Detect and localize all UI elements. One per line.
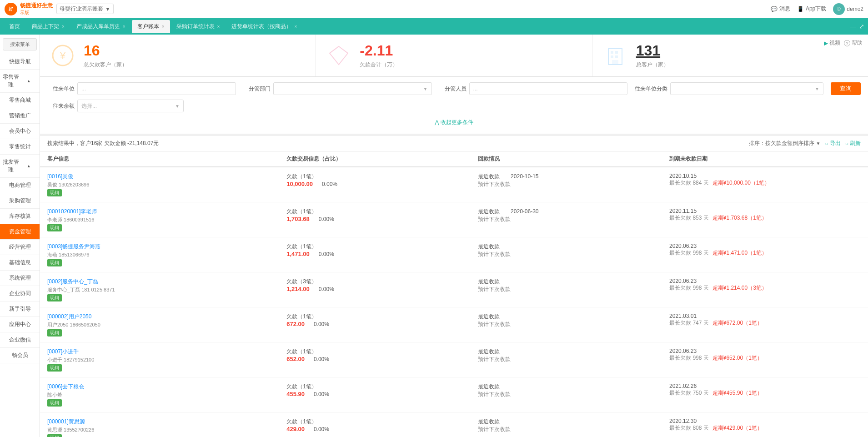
customer-name-link[interactable]: [0003]畅捷服务尹海燕 bbox=[47, 243, 286, 251]
debt-amount[interactable]: 455.90 bbox=[286, 391, 305, 397]
sidebar-item-enterprise-wechat[interactable]: 企业微信 bbox=[0, 332, 40, 348]
svg-text:¥: ¥ bbox=[60, 50, 66, 61]
recovery-cell: 最近收款 2020-10-15 预计下次收款 bbox=[478, 172, 669, 197]
due-overdue-link[interactable]: 超期¥1,471.00（1笔） bbox=[712, 249, 767, 257]
filter-category-select[interactable]: ▼ bbox=[670, 82, 823, 95]
filter-item-category: 往来单位分类 ▼ bbox=[635, 82, 823, 95]
table-body: [0016]吴俊 吴俊 13026203696 现销 欠款（1笔） 10,000… bbox=[40, 167, 868, 437]
sidebar-item-beginner[interactable]: 新手引导 bbox=[0, 301, 40, 317]
customer-name-link[interactable]: [0006]去下粮仓 bbox=[47, 383, 286, 391]
debt-amount[interactable]: 1,214.00 bbox=[286, 286, 310, 292]
debt-count: 欠款（1笔） bbox=[286, 348, 478, 356]
due-overdue-link[interactable]: 超期¥455.90（1笔） bbox=[712, 389, 763, 397]
refresh-button[interactable]: ○ 刷新 bbox=[845, 140, 861, 147]
tab-close-icon[interactable]: × bbox=[62, 24, 65, 29]
due-overdue-link[interactable]: 超期¥429.00（1笔） bbox=[712, 424, 763, 432]
search-menu-button[interactable]: 搜索菜单 bbox=[3, 38, 37, 50]
recovery-cell: 最近收款 预计下次收款 bbox=[478, 312, 669, 337]
sidebar-item-finance[interactable]: 资金管理 bbox=[0, 224, 40, 240]
debt-percent: 0.00% bbox=[319, 286, 334, 292]
tab-close-icon[interactable]: × bbox=[294, 24, 297, 29]
filter-person-input[interactable]: ... bbox=[469, 82, 628, 95]
due-date-cell: 2021.02.26 最长欠款 750 天 超期¥455.90（1笔） bbox=[669, 382, 861, 407]
app-download-button[interactable]: 📱 App下载 bbox=[797, 5, 826, 13]
debt-amount[interactable]: 652.00 bbox=[286, 356, 305, 362]
debt-amount[interactable]: 1,703.68 bbox=[286, 216, 310, 222]
avatar: D bbox=[833, 3, 845, 15]
recovery-next: 预计下次收款 bbox=[478, 216, 669, 223]
due-overdue-link[interactable]: 超期¥672.00（1笔） bbox=[712, 319, 763, 327]
sidebar-item-basic-info[interactable]: 基础信息 bbox=[0, 255, 40, 271]
sidebar-item-retail-mall[interactable]: 零售商城 bbox=[0, 93, 40, 108]
due-date: 2021.02.26 bbox=[669, 383, 861, 389]
sidebar-item-retail-stats[interactable]: 零售统计 bbox=[0, 139, 40, 155]
sidebar-item-system[interactable]: 系统管理 bbox=[0, 271, 40, 286]
sidebar-item-operations[interactable]: 经营管理 bbox=[0, 240, 40, 255]
company-select[interactable]: 母婴行业演示账套 ▼ bbox=[56, 4, 114, 14]
debt-amount[interactable]: 672.00 bbox=[286, 321, 305, 327]
recovery-next: 预计下次收款 bbox=[478, 251, 669, 258]
tab-close-icon[interactable]: × bbox=[123, 24, 125, 29]
company-select-arrow-icon: ▼ bbox=[105, 6, 110, 12]
sidebar-item-inventory[interactable]: 库存核算 bbox=[0, 209, 40, 224]
query-button[interactable]: 查询 bbox=[831, 82, 861, 95]
sidebar-item-marketing[interactable]: 营销推广 bbox=[0, 108, 40, 124]
debt-info-cell: 欠款（1笔） 1,703.68 0.00% bbox=[286, 207, 478, 232]
customer-tag: 现销 bbox=[47, 259, 62, 266]
customer-name-link[interactable]: [0007]小进千 bbox=[47, 348, 286, 356]
user-avatar[interactable]: D demo2 bbox=[833, 3, 863, 15]
message-button[interactable]: 💬 消息 bbox=[771, 5, 790, 13]
sidebar-item-retail-mgmt[interactable]: 零售管理 ▲ bbox=[0, 70, 40, 93]
tab-product-history[interactable]: 产成品入库单历史 × bbox=[71, 20, 131, 33]
sidebar-search: 搜索菜单 bbox=[0, 35, 40, 54]
customer-info-cell: [000001]黄思源 黄思源 13552700226 现销 bbox=[47, 417, 286, 437]
filter-company-input[interactable]: ... bbox=[77, 82, 236, 95]
sidebar-item-app-center[interactable]: 应用中心 bbox=[0, 317, 40, 332]
filter-item-company: 往来单位 ... bbox=[47, 82, 236, 95]
sidebar-item-members[interactable]: 会员中心 bbox=[0, 124, 40, 139]
export-button[interactable]: ○ 导出 bbox=[825, 140, 841, 147]
summary-cards: ¥ 16 总欠款客户（家） -2.11 欠款合计（万） bbox=[40, 35, 868, 77]
collapse-filters-button[interactable]: ⋀ 收起更多条件 bbox=[47, 117, 861, 128]
customer-name-link[interactable]: [000002]用户2050 bbox=[47, 313, 286, 321]
tab-customer-account[interactable]: 客户账本 × bbox=[132, 20, 170, 33]
sidebar-item-quick-nav[interactable]: 快捷导航 bbox=[0, 54, 40, 70]
debt-amount[interactable]: 429.00 bbox=[286, 426, 305, 432]
customer-name-link[interactable]: [000001]黄思源 bbox=[47, 418, 286, 426]
customer-contact: 用户2050 18665062050 bbox=[47, 321, 286, 328]
due-overdue-link[interactable]: 超期¥1,703.68（1笔） bbox=[712, 214, 767, 222]
debt-info-cell: 欠款（1笔） 455.90 0.00% bbox=[286, 382, 478, 407]
due-days: 最长欠款 853 天 bbox=[669, 214, 709, 222]
filter-balance-select[interactable]: 选择... ▼ bbox=[77, 100, 184, 112]
tab-purchase-product-stats[interactable]: 进货单统计表（按商品） × bbox=[226, 20, 302, 33]
customer-name-link[interactable]: [0016]吴俊 bbox=[47, 173, 286, 181]
tab-maximize-icon[interactable]: ⤢ bbox=[859, 23, 864, 30]
due-overdue-link[interactable]: 超期¥1,214.00（3笔） bbox=[712, 284, 767, 292]
customer-name-link[interactable]: [0001020001]李老师 bbox=[47, 208, 286, 216]
recovery-cell: 最近收款 预计下次收款 bbox=[478, 417, 669, 437]
sidebar-item-member-vip[interactable]: 畅会员 bbox=[0, 348, 40, 363]
tab-close-icon[interactable]: × bbox=[162, 24, 165, 29]
due-overdue-link[interactable]: 超期¥652.00（1笔） bbox=[712, 354, 763, 362]
tab-purchase-stats[interactable]: 采购订单统计表 × bbox=[171, 20, 226, 33]
debt-amount[interactable]: 10,000.00 bbox=[286, 181, 313, 187]
sidebar-item-purchase[interactable]: 采购管理 bbox=[0, 193, 40, 209]
video-icon[interactable]: ▶ 视频 bbox=[824, 39, 840, 47]
chevron-down-icon: ▲ bbox=[20, 164, 38, 168]
help-icon[interactable]: ? 帮助 bbox=[844, 39, 863, 47]
customer-name-link[interactable]: [0002]服务中心_丁磊 bbox=[47, 278, 286, 286]
tab-bar: 首页 商品上下架 × 产成品入库单历史 × 客户账本 × 采购订单统计表 × 进… bbox=[0, 18, 868, 35]
sidebar-item-wholesale[interactable]: 批发管理 ▲ bbox=[0, 155, 40, 178]
sidebar-item-ecommerce[interactable]: 电商管理 bbox=[0, 178, 40, 193]
tab-minimize-icon[interactable]: — bbox=[850, 23, 856, 30]
top-bar-right: 💬 消息 📱 App下载 D demo2 bbox=[771, 3, 863, 15]
debt-amount[interactable]: 1,471.00 bbox=[286, 251, 310, 257]
tab-home[interactable]: 首页 bbox=[4, 20, 25, 33]
sidebar-item-enterprise[interactable]: 企业协同 bbox=[0, 286, 40, 301]
customer-info-cell: [0016]吴俊 吴俊 13026203696 现销 bbox=[47, 172, 286, 197]
sort-button[interactable]: 排序：按欠款金额倒序排序 ▼ bbox=[749, 140, 821, 147]
filter-dept-select[interactable]: ▼ bbox=[273, 82, 432, 95]
tab-close-icon[interactable]: × bbox=[217, 24, 220, 29]
tab-product-listing[interactable]: 商品上下架 × bbox=[26, 20, 70, 33]
due-overdue-link[interactable]: 超期¥10,000.00（1笔） bbox=[712, 179, 770, 187]
